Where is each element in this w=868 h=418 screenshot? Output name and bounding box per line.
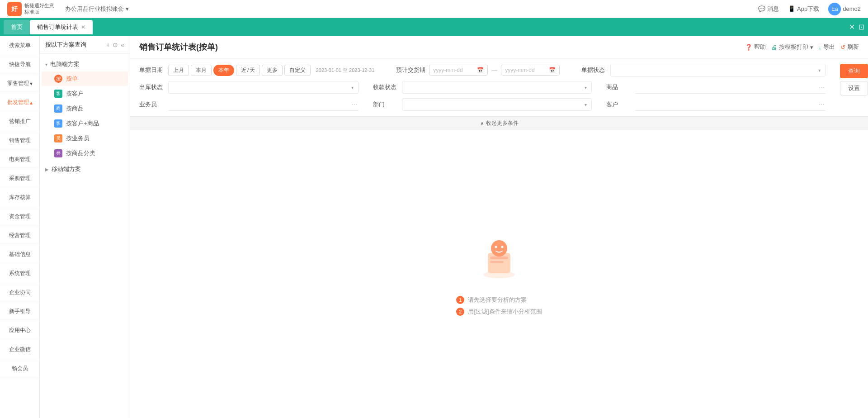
scheme-item-by-customer[interactable]: 客 按客户 [42, 86, 128, 101]
salesman-input[interactable]: ··· [168, 98, 359, 111]
more-dots-icon: ··· [819, 83, 825, 91]
scheme-panel-title: 按以下方案查询 [45, 41, 86, 49]
goods-input[interactable]: ··· [635, 81, 826, 94]
window-maximize-button[interactable]: ⊡ [859, 24, 864, 31]
svg-point-5 [495, 246, 497, 248]
main-layout: 搜索菜单 快捷导航 零售管理 ▾ 批发管理 ▴ 营销推广 销售管理 电商管理 采… [0, 36, 868, 418]
sidebar-item-inventory[interactable]: 库存核算 [0, 188, 39, 207]
empty-illustration [472, 233, 526, 287]
logo-icon: 好 [7, 2, 22, 16]
tab-sales-order[interactable]: 销售订单统计表 ✕ [30, 20, 93, 34]
date-filter-group: 单据日期 上月 本月 本年 近7天 更多 自定义 2023-01-01 至 20… [139, 65, 374, 76]
tab-home[interactable]: 首页 [4, 20, 30, 34]
app-selector[interactable]: 办公用品行业模拟账套 ▾ [65, 5, 129, 13]
sidebar-item-sales[interactable]: 销售管理 [0, 131, 39, 150]
sidebar-item-finance[interactable]: 资金管理 [0, 207, 39, 226]
bill-status-select[interactable]: ▾ [610, 64, 826, 76]
more-dots-icon: ··· [351, 100, 357, 109]
sidebar-item-system[interactable]: 系统管理 [0, 264, 39, 283]
help-button[interactable]: ❓ 帮助 [745, 43, 766, 51]
filter-row-2: 出库状态 ▾ 收款状态 ▾ [139, 81, 826, 94]
expected-date-end[interactable]: yyyy-mm-dd 📅 [501, 65, 560, 76]
date-btn-last-month[interactable]: 上月 [168, 65, 189, 76]
expected-date-start[interactable]: yyyy-mm-dd 📅 [429, 65, 488, 76]
scheme-icon-category: 类 [54, 149, 62, 157]
add-scheme-button[interactable]: + [106, 41, 110, 48]
print-button[interactable]: 🖨 按模板打印 ▾ [771, 43, 813, 51]
avatar: Ea [828, 3, 841, 15]
expected-date-label: 预计交货期 [396, 66, 425, 74]
date-range-display: 2023-01-01 至 2023-12-31 [316, 67, 375, 74]
scheme-category-desktop[interactable]: ▾ 电脑端方案 [40, 57, 130, 71]
scheme-category-mobile[interactable]: ▶ 移动端方案 [40, 162, 130, 176]
settings-button[interactable]: 设置 [840, 81, 868, 95]
salesman-label: 业务员 [139, 100, 165, 109]
sidebar-item-wechat[interactable]: 企业微信 [0, 340, 39, 359]
date-buttons: 上月 本月 本年 近7天 更多 自定义 [168, 65, 311, 76]
scheme-item-by-customer-goods[interactable]: 客 按客户+商品 [42, 116, 128, 131]
sidebar-item-quicknav[interactable]: 快捷导航 [0, 55, 39, 74]
download-button[interactable]: 📱 App下载 [788, 5, 819, 13]
sidebar-item-operations[interactable]: 经营管理 [0, 226, 39, 245]
date-label: 单据日期 [139, 66, 165, 74]
tab-bar-actions: ✕ ⊡ [849, 24, 864, 31]
sidebar-item-newbie[interactable]: 新手引导 [0, 302, 39, 321]
bill-status-label: 单据状态 [581, 66, 607, 74]
customer-input[interactable]: ··· [635, 98, 826, 111]
receipt-status-select[interactable]: ▾ [402, 81, 592, 94]
sidebar-item-collab[interactable]: 企业协同 [0, 283, 39, 302]
date-btn-more[interactable]: 更多 [262, 65, 283, 76]
goods-label: 商品 [606, 83, 632, 91]
sidebar: 搜索菜单 快捷导航 零售管理 ▾ 批发管理 ▴ 营销推广 销售管理 电商管理 采… [0, 36, 40, 418]
sidebar-item-retail[interactable]: 零售管理 ▾ [0, 74, 39, 93]
sidebar-item-marketing[interactable]: 营销推广 [0, 112, 39, 131]
collapse-icon: ∧ [480, 120, 484, 127]
tab-close-icon[interactable]: ✕ [81, 24, 85, 30]
chevron-icon: ▾ [30, 81, 33, 87]
date-btn-7days[interactable]: 近7天 [236, 65, 260, 76]
date-btn-custom[interactable]: 自定义 [284, 65, 311, 76]
page-header-actions: ❓ 帮助 🖨 按模板打印 ▾ ↓ 导出 ↺ 刷新 [745, 43, 859, 51]
page-title: 销售订单统计表(按单) [139, 42, 218, 52]
empty-tips: 1 请先选择要分析的方案 2 用[过滤]条件来缩小分析范围 [456, 296, 542, 316]
sidebar-item-basic[interactable]: 基础信息 [0, 245, 39, 264]
main-area: 销售订单统计表(按单) ❓ 帮助 🖨 按模板打印 ▾ ↓ 导出 [130, 36, 868, 418]
top-bar-left: 好 畅捷通好生意 标准版 办公用品行业模拟账套 ▾ [7, 2, 129, 16]
sidebar-item-appstore[interactable]: 应用中心 [0, 321, 39, 340]
user-menu[interactable]: Ea demo2 [828, 3, 861, 15]
export-icon: ↓ [819, 44, 822, 51]
sidebar-item-membership[interactable]: 畅会员 [0, 359, 39, 378]
message-button[interactable]: 💬 消息 [758, 5, 779, 13]
scheme-item-by-category[interactable]: 类 按商品分类 [42, 146, 128, 161]
scheme-item-by-order[interactable]: 按 按单 [42, 71, 128, 86]
scheme-icon-salesman: 员 [54, 134, 62, 142]
export-button[interactable]: ↓ 导出 [819, 43, 835, 51]
salesman-group: 业务员 ··· [139, 98, 359, 111]
sidebar-item-wholesale[interactable]: 批发管理 ▴ [0, 93, 39, 112]
scheme-item-by-goods[interactable]: 商 按商品 [42, 101, 128, 116]
goods-group: 商品 ··· [606, 81, 826, 94]
svg-rect-2 [490, 256, 508, 259]
dept-select[interactable]: ▾ [402, 98, 592, 111]
more-dots-icon: ··· [819, 100, 825, 109]
scheme-item-by-salesman[interactable]: 员 按业务员 [42, 131, 128, 146]
collapse-scheme-button[interactable]: « [121, 41, 124, 48]
ship-status-select[interactable]: ▾ [168, 81, 359, 94]
content: 按以下方案查询 + ⊙ « ▾ 电脑端方案 按 按单 客 按客户 [40, 36, 868, 418]
search-button[interactable]: 查询 [840, 64, 868, 78]
sidebar-item-ecommerce[interactable]: 电商管理 [0, 150, 39, 169]
refresh-button[interactable]: ↺ 刷新 [840, 43, 859, 51]
date-btn-this-month[interactable]: 本月 [191, 65, 212, 76]
date-btn-this-year[interactable]: 本年 [213, 65, 234, 76]
edit-scheme-button[interactable]: ⊙ [113, 41, 118, 48]
window-close-button[interactable]: ✕ [849, 24, 855, 31]
filter-section: 单据日期 上月 本月 本年 近7天 更多 自定义 2023-01-01 至 20… [130, 58, 868, 117]
scheme-panel: 按以下方案查询 + ⊙ « ▾ 电脑端方案 按 按单 客 按客户 [40, 36, 130, 418]
calendar-icon: 📅 [477, 67, 484, 73]
tip-num-2: 2 [456, 308, 464, 316]
top-bar: 好 畅捷通好生意 标准版 办公用品行业模拟账套 ▾ 💬 消息 📱 App下载 E… [0, 0, 868, 18]
collapse-bar[interactable]: ∧ 收起更多条件 [130, 117, 868, 130]
scheme-actions: + ⊙ « [106, 41, 124, 48]
sidebar-item-purchase[interactable]: 采购管理 [0, 169, 39, 188]
sidebar-item-search[interactable]: 搜索菜单 [0, 36, 39, 55]
